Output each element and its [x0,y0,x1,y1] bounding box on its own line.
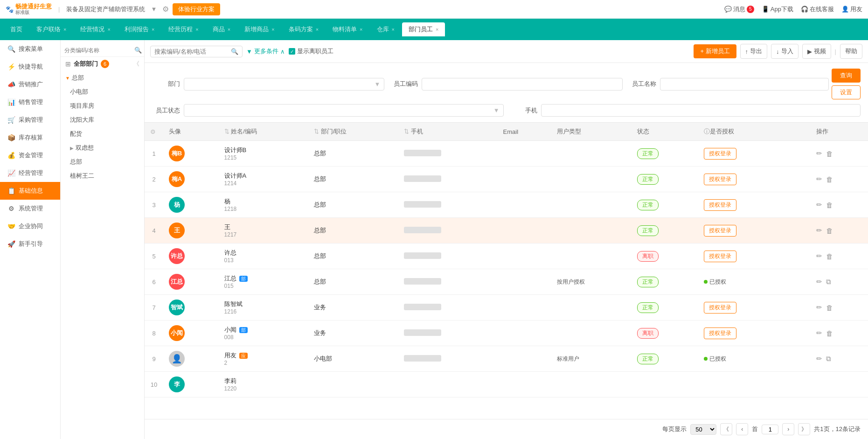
close-icon[interactable]: × [107,27,110,32]
auth-btn[interactable]: 授权登录 [704,302,736,314]
edit-icon[interactable]: ✏ [816,226,822,235]
tab-customer[interactable]: 客户联络 × [30,22,73,36]
query-btn[interactable]: 查询 [832,69,861,83]
per-page-select[interactable]: 50 20 100 [690,424,716,435]
delete-icon[interactable]: 🗑 [826,304,833,312]
help-btn[interactable]: 帮助 [840,44,862,59]
auth-btn[interactable]: 授权登录 [704,174,736,185]
phone-input[interactable] [541,104,861,117]
close-icon[interactable]: × [195,27,198,32]
close-icon[interactable]: × [436,27,438,32]
tab-barcode[interactable]: 条码方案 × [282,22,325,36]
copy-icon[interactable]: ⧉ [826,355,831,363]
tab-add-goods[interactable]: 新增商品 × [238,22,281,36]
message-btn[interactable]: 💬 消息 5 [724,5,754,14]
dept-tree-item-dual[interactable]: ▶ 双虑想 [61,141,144,155]
close-icon[interactable]: × [316,27,319,32]
search-btn-icon[interactable]: 🔍 [231,48,238,55]
close-icon[interactable]: × [152,27,154,32]
sidebar-item-base-info[interactable]: 📋 基础信息 [0,182,60,200]
delete-icon[interactable]: 🗑 [826,175,833,183]
emp-code-input[interactable] [422,78,622,91]
last-page-btn[interactable]: 》 [798,423,810,435]
add-employee-btn[interactable]: + 新增员工 [694,44,736,58]
edit-icon[interactable]: ✏ [816,175,822,183]
delete-icon[interactable]: 🗑 [826,252,833,260]
search-input[interactable] [154,48,229,55]
dept-tree-item-zhishu[interactable]: 植树王二 [61,169,144,183]
trial-button[interactable]: 体验行业方案 [173,3,220,15]
delete-icon[interactable]: 🗑 [826,329,833,337]
auth-info-icon[interactable]: ⓘ [704,128,710,135]
prev-page-btn[interactable]: ‹ [736,423,748,435]
edit-icon[interactable]: ✏ [816,329,822,337]
user-avatar[interactable]: 👤 用友 [841,5,862,14]
edit-icon[interactable]: ✏ [816,149,822,158]
show-resigned-toggle[interactable]: ✓ 显示离职员工 [289,47,333,56]
sidebar-item-collab[interactable]: 🤝 企业协同 [0,217,60,235]
export-btn[interactable]: ↑ 导出 [740,44,768,59]
sidebar-item-guide[interactable]: 🚀 新手引导 [0,235,60,253]
dept-tree-item-head[interactable]: 总部 [61,155,144,169]
dept-tree-item-general[interactable]: ▼ 总部 [61,71,144,85]
more-filter-btn[interactable]: ▼ 更多条件 ∧ [246,47,285,56]
edit-icon[interactable]: ✏ [816,278,822,286]
close-icon[interactable]: × [392,27,395,32]
first-page-btn[interactable]: 《 [720,423,732,435]
sidebar-item-marketing[interactable]: 📣 营销推广 [0,76,60,93]
next-page-btn[interactable]: › [782,423,794,435]
tab-profit[interactable]: 利润报告 × [118,22,161,36]
edit-icon[interactable]: ✏ [816,303,822,312]
close-icon[interactable]: × [63,27,66,32]
delete-icon[interactable]: 🗑 [826,201,833,209]
app-download-btn[interactable]: 📱 App下载 [762,5,793,14]
auth-btn[interactable]: 授权登录 [704,251,736,262]
tab-bom[interactable]: 物料清单 × [326,22,369,36]
dept-tree-item-electronics[interactable]: 小电部 [61,85,144,99]
settings-icon[interactable]: ⚙ [162,5,169,14]
dept-tree-item-project[interactable]: 项目库房 [61,99,144,113]
sort-icon[interactable]: ⇅ [224,128,229,135]
tab-warehouse[interactable]: 仓库 × [370,22,401,36]
sidebar-item-system[interactable]: ⚙ 系统管理 [0,200,60,217]
close-icon[interactable]: × [360,27,362,32]
close-icon[interactable]: × [271,27,274,32]
delete-icon[interactable]: 🗑 [826,150,833,158]
dept-tree-item-shenyang[interactable]: 沈阳大库 [61,113,144,127]
settings-gear-icon[interactable]: ⚙ [150,128,156,135]
sidebar-item-shortcuts[interactable]: ⚡ 快捷导航 [0,58,60,76]
tab-employees[interactable]: 部门员工 × [402,22,445,36]
tab-operation[interactable]: 经营情况 × [74,22,117,36]
auth-btn[interactable]: 授权登录 [704,225,736,237]
import-btn[interactable]: ↓ 导入 [771,44,799,59]
video-btn[interactable]: ▶ 视频 [802,44,831,59]
dept-tree-item-distribution[interactable]: 配货 [61,127,144,141]
tab-goods[interactable]: 商品 × [206,22,237,36]
edit-icon[interactable]: ✏ [816,252,822,260]
sidebar-item-sales[interactable]: 📊 销售管理 [0,93,60,111]
auth-btn[interactable]: 授权登录 [704,199,736,211]
edit-icon[interactable]: ✏ [816,201,822,209]
emp-name-input[interactable] [660,78,829,91]
dept-search-icon[interactable]: 🔍 [134,47,142,54]
sidebar-item-search[interactable]: 🔍 搜索菜单 [0,40,60,58]
delete-icon[interactable]: 🗑 [826,227,833,235]
online-service-btn[interactable]: 🎧 在线客服 [801,5,834,14]
sidebar-item-inventory[interactable]: 📦 库存核算 [0,129,60,146]
copy-icon[interactable]: ⧉ [826,278,831,286]
auth-btn[interactable]: 授权登录 [704,148,736,160]
auth-btn[interactable]: 授权登录 [704,328,736,339]
sidebar-item-business[interactable]: 📈 经营管理 [0,164,60,182]
close-icon[interactable]: × [228,27,230,32]
collapse-btn[interactable]: 《 [133,60,139,68]
sort-icon[interactable]: ⇅ [314,128,319,135]
tab-home[interactable]: 首页 [4,22,29,36]
page-input[interactable] [762,425,778,434]
set-btn[interactable]: 设置 [832,85,861,99]
sidebar-item-purchase[interactable]: 🛒 采购管理 [0,111,60,129]
tab-history[interactable]: 经营历程 × [162,22,205,36]
status-filter-select[interactable]: ▼ [184,104,504,117]
edit-icon[interactable]: ✏ [816,355,822,363]
dropdown-icon[interactable]: ▼ [151,6,157,13]
dept-search-input[interactable] [64,47,134,54]
